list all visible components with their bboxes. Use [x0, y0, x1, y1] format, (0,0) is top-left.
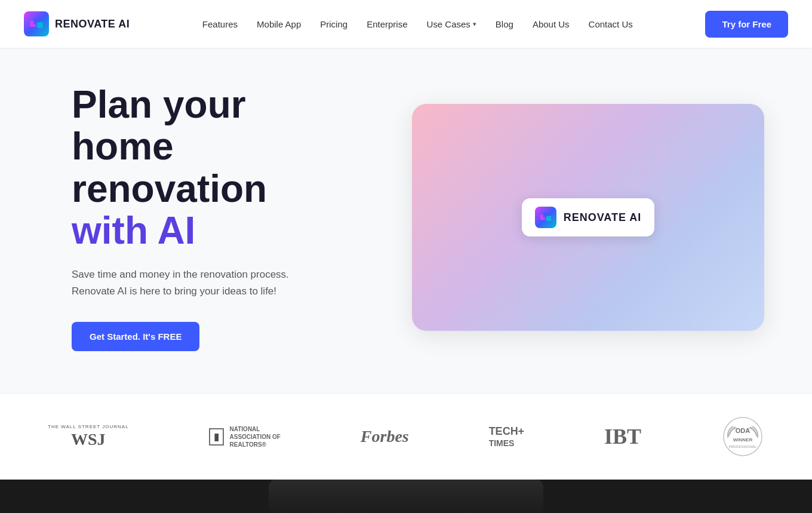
svg-text:PROFESSIONAL: PROFESSIONAL [729, 445, 757, 449]
logo-icon [24, 11, 49, 36]
nav-links: Features Mobile App Pricing Enterprise U… [202, 19, 633, 29]
brand-badge: RENOVATE AI [522, 198, 655, 236]
svg-text:ODA: ODA [736, 427, 751, 434]
hero-title: Plan your home renovation with AI [72, 84, 322, 252]
brand-name: RENOVATE AI [55, 18, 130, 30]
get-started-button[interactable]: Get Started. It's FREE [72, 322, 199, 351]
press-forbes: Forbes [361, 427, 409, 446]
logo-cube-icon [29, 16, 44, 32]
nav-blog[interactable]: Blog [496, 19, 513, 29]
navbar: RENOVATE AI Features Mobile App Pricing … [0, 0, 812, 48]
hero-content: Plan your home renovation with AI Save t… [72, 84, 322, 351]
nar-logo-box: ▮ [209, 428, 224, 446]
press-award: ODA WINNER PROFESSIONAL [721, 415, 764, 458]
hero-description: Save time and money in the renovation pr… [72, 266, 322, 301]
hero-section: Plan your home renovation with AI Save t… [0, 48, 812, 393]
svg-rect-5 [546, 216, 551, 221]
press-ibt: IBT [604, 424, 641, 449]
nav-contact-us[interactable]: Contact Us [589, 19, 633, 29]
hero-ai-highlight: with AI [72, 209, 195, 252]
svg-text:WINNER: WINNER [733, 437, 753, 443]
bottom-image-preview [0, 480, 812, 513]
try-free-button[interactable]: Try for Free [705, 11, 788, 38]
svg-rect-2 [37, 22, 43, 28]
award-badge: ODA WINNER PROFESSIONAL [721, 415, 764, 458]
badge-logo-icon [535, 207, 556, 228]
chevron-down-icon: ▾ [473, 20, 476, 28]
press-nar: ▮ NATIONALASSOCIATION OFREALTORS® [209, 425, 281, 449]
award-wreath-icon: ODA WINNER PROFESSIONAL [721, 415, 764, 458]
press-bar: THE WALL STREET JOURNAL WSJ ▮ NATIONALAS… [0, 393, 812, 480]
nav-about-us[interactable]: About Us [533, 19, 570, 29]
hero-card: RENOVATE AI [412, 104, 764, 331]
hero-visual: RENOVATE AI [322, 104, 764, 331]
preview-image [269, 480, 543, 513]
nar-text: NATIONALASSOCIATION OFREALTORS® [230, 425, 281, 449]
nav-pricing[interactable]: Pricing [320, 19, 347, 29]
press-techtimes: TECH+ TIMES [489, 425, 525, 448]
nav-features[interactable]: Features [202, 19, 238, 29]
badge-text: RENOVATE AI [564, 211, 642, 224]
brand-logo[interactable]: RENOVATE AI [24, 11, 130, 36]
nav-mobile-app[interactable]: Mobile App [257, 19, 301, 29]
svg-point-6 [724, 417, 762, 456]
nav-use-cases[interactable]: Use Cases ▾ [427, 19, 476, 29]
nav-enterprise[interactable]: Enterprise [367, 19, 407, 29]
badge-cube-icon [539, 211, 552, 224]
press-wsj: THE WALL STREET JOURNAL WSJ [48, 424, 129, 450]
